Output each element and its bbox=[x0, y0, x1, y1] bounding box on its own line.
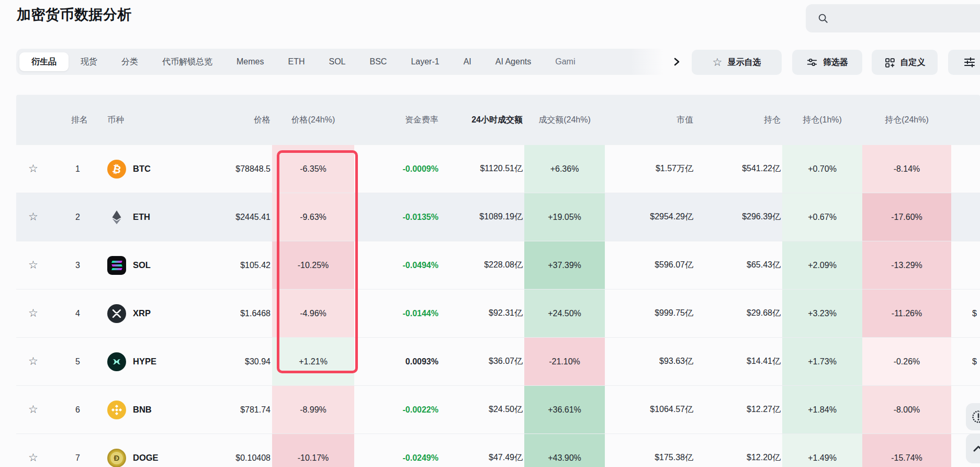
tab-item-6[interactable]: SOL bbox=[317, 52, 357, 71]
customize-button[interactable]: 自定义 bbox=[872, 50, 938, 75]
oi-24h-cell: -17.60% bbox=[862, 193, 951, 241]
tab-item-1[interactable]: 现货 bbox=[69, 52, 109, 71]
header-oi-24h[interactable]: 持仓(24h%) bbox=[862, 115, 951, 126]
open-interest-cell: $12.20亿 bbox=[695, 434, 782, 467]
header-funding-rate[interactable]: 资金费率 bbox=[354, 115, 440, 126]
rank-cell: 1 bbox=[50, 145, 89, 193]
header-rank[interactable]: 排名 bbox=[50, 115, 89, 126]
header-volume-24h[interactable]: 24小时成交额 bbox=[440, 115, 524, 126]
table-row-sol[interactable]: ☆3SOL$105.42-10.25%-0.0494%$228.08亿+37.3… bbox=[16, 241, 980, 290]
funding-rate-cell: -0.0249% bbox=[354, 434, 440, 467]
oi-1h-cell: +3.23% bbox=[782, 290, 862, 337]
favorite-star-icon[interactable]: ☆ bbox=[28, 308, 38, 319]
rank-cell: 7 bbox=[50, 434, 89, 467]
customize-label: 自定义 bbox=[900, 57, 926, 68]
tab-item-4[interactable]: Memes bbox=[224, 52, 276, 71]
search-input[interactable] bbox=[806, 4, 980, 32]
rank-cell: 5 bbox=[50, 338, 89, 385]
coin-symbol: SOL bbox=[133, 260, 151, 270]
coin-symbol: HYPE bbox=[133, 357, 156, 366]
rank-cell: 6 bbox=[50, 386, 89, 433]
oi-1h-cell: +2.09% bbox=[782, 241, 862, 289]
chevron-right-icon[interactable] bbox=[670, 55, 683, 69]
table-row-bnb[interactable]: ☆6 BNB$781.74-8.99%-0.0022%$24.50亿+36.61… bbox=[16, 386, 980, 434]
favorite-star-icon[interactable]: ☆ bbox=[28, 404, 38, 415]
price-cell: $0.10408 bbox=[223, 434, 272, 467]
market-cap-cell: $999.75亿 bbox=[605, 290, 695, 337]
oi-24h-cell: -8.14% bbox=[862, 145, 951, 193]
header-price-24h[interactable]: 价格(24h%) bbox=[272, 115, 354, 126]
oi-24h-cell: -0.26% bbox=[862, 338, 951, 385]
table-row-doge[interactable]: ☆7ÐDOGE$0.10408-10.17%-0.0249%$47.49亿+43… bbox=[16, 434, 980, 467]
filter-button[interactable]: 筛选器 bbox=[792, 50, 862, 75]
header-open-interest[interactable]: 持仓 bbox=[695, 115, 782, 126]
show-favorites-label: 显示自选 bbox=[727, 57, 761, 68]
coin-symbol: XRP bbox=[133, 308, 151, 318]
open-interest-cell: $12.27亿 bbox=[695, 386, 782, 433]
coin-cell: ÐDOGE bbox=[89, 434, 223, 467]
chevron-up-icon bbox=[971, 441, 980, 457]
funding-rate-cell: 0.0093% bbox=[354, 338, 440, 385]
tab-item-5[interactable]: ETH bbox=[276, 52, 317, 71]
coin-cell: XRP bbox=[89, 290, 223, 337]
volume-24h-cell: $1089.19亿 bbox=[440, 193, 524, 241]
favorite-star-icon[interactable]: ☆ bbox=[28, 260, 38, 271]
favorite-star-icon[interactable]: ☆ bbox=[28, 452, 38, 463]
oi-24h-cell: -15.74% bbox=[862, 434, 951, 467]
volume-pct-cell: +19.05% bbox=[524, 193, 605, 241]
oi-1h-cell: +1.73% bbox=[782, 338, 862, 385]
tab-item-8[interactable]: Layer-1 bbox=[399, 52, 451, 71]
search-text-field[interactable] bbox=[834, 13, 962, 24]
price-24h-cell: -4.96% bbox=[272, 290, 354, 337]
price-24h-cell: -9.63% bbox=[272, 193, 354, 241]
header-market-cap[interactable]: 市值 bbox=[605, 115, 695, 126]
volume-pct-cell: +37.39% bbox=[524, 241, 605, 289]
page-title: 加密货币数据分析 bbox=[17, 5, 132, 24]
bnb-icon bbox=[107, 401, 126, 419]
tab-item-3[interactable]: 代币解锁总览 bbox=[150, 52, 224, 71]
clipped-next-column-cell bbox=[951, 193, 980, 241]
table-row-hype[interactable]: ☆5 HYPE$30.94+1.21%0.0093%$36.07亿-21.10%… bbox=[16, 338, 980, 386]
sliders-icon bbox=[806, 57, 818, 68]
funding-rate-cell: -0.0144% bbox=[354, 290, 440, 337]
coin-symbol: BNB bbox=[133, 405, 152, 415]
oi-24h-cell: -11.26% bbox=[862, 290, 951, 337]
tab-item-2[interactable]: 分类 bbox=[109, 52, 150, 71]
search-icon bbox=[817, 13, 829, 24]
volume-24h-cell: $92.31亿 bbox=[440, 290, 524, 337]
header-price[interactable]: 价格 bbox=[223, 115, 272, 126]
clipped-next-column-cell bbox=[951, 145, 980, 193]
tab-item-10[interactable]: AI Agents bbox=[483, 52, 544, 71]
volume-pct-cell: +24.50% bbox=[524, 290, 605, 337]
tab-item-0[interactable]: 衍生品 bbox=[19, 52, 69, 71]
tab-item-11[interactable]: Gami bbox=[543, 52, 577, 71]
favorite-star-icon[interactable]: ☆ bbox=[28, 212, 38, 223]
market-cap-cell: $596.07亿 bbox=[605, 241, 695, 289]
favorite-star-icon[interactable]: ☆ bbox=[28, 356, 38, 367]
coin-symbol: ETH bbox=[133, 212, 150, 222]
scroll-to-top-button[interactable] bbox=[966, 433, 980, 463]
eth-icon bbox=[107, 208, 126, 227]
coin-cell: ETH bbox=[89, 193, 223, 241]
star-icon: ☆ bbox=[713, 57, 723, 68]
table-row-btc[interactable]: ☆1₿BTC$78848.5-6.35%-0.0009%$1120.51亿+6.… bbox=[16, 145, 980, 193]
sol-icon bbox=[107, 256, 126, 275]
oi-1h-cell: +0.67% bbox=[782, 193, 862, 241]
market-cap-cell: $1.57万亿 bbox=[605, 145, 695, 193]
tab-item-7[interactable]: BSC bbox=[357, 52, 399, 71]
header-coin[interactable]: 币种 bbox=[89, 115, 223, 126]
table-row-eth[interactable]: ☆2 ETH$2445.41-9.63%-0.0135%$1089.19亿+19… bbox=[16, 193, 980, 241]
favorite-star-icon[interactable]: ☆ bbox=[28, 163, 38, 174]
clipped-next-column-cell: $ bbox=[951, 338, 980, 385]
column-settings-button[interactable] bbox=[948, 50, 980, 75]
price-24h-cell: -10.25% bbox=[272, 241, 354, 289]
show-favorites-button[interactable]: ☆ 显示自选 bbox=[692, 50, 782, 75]
badge-alert-icon bbox=[971, 409, 980, 425]
header-oi-1h[interactable]: 持仓(1h%) bbox=[782, 115, 862, 126]
header-volume-pct[interactable]: 成交额(24h%) bbox=[524, 115, 605, 126]
oi-1h-cell: +1.84% bbox=[782, 386, 862, 433]
alert-badge-button[interactable] bbox=[966, 403, 980, 430]
clipped-next-column-cell bbox=[951, 241, 980, 289]
table-row-xrp[interactable]: ☆4 XRP$1.6468-4.96%-0.0144%$92.31亿+24.50… bbox=[16, 290, 980, 338]
tab-item-9[interactable]: AI bbox=[452, 52, 483, 71]
